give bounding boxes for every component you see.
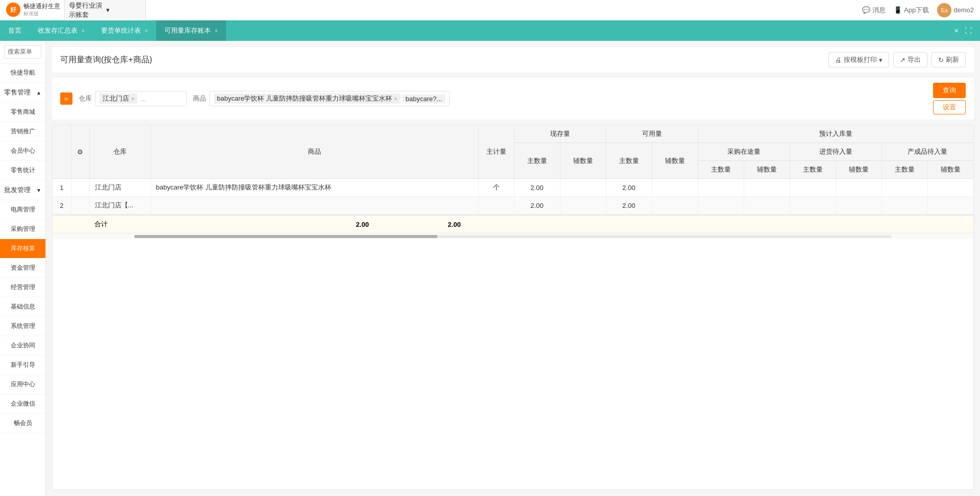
- logo-icon: 好: [6, 3, 20, 17]
- refresh-button[interactable]: ↻ 刷新: [932, 52, 966, 67]
- sidebar-item-ecommerce[interactable]: 电商管理: [0, 200, 45, 220]
- tab-stock-summary-close[interactable]: ×: [82, 28, 85, 34]
- warehouse-dots[interactable]: ...: [139, 95, 147, 103]
- th-inbound: 进货待入量: [790, 143, 881, 161]
- sidebar-item-app-center[interactable]: 应用中心: [0, 375, 45, 394]
- sidebar-item-inventory[interactable]: 库存核算: [0, 239, 45, 258]
- cell-gear-1: [71, 179, 89, 197]
- cell-inbound-aux-2: [836, 197, 881, 215]
- product-tag-2: babycare?...: [403, 95, 446, 103]
- sidebar-item-basic-info[interactable]: 基础信息: [0, 297, 45, 317]
- cell-avail-aux-2: [652, 197, 698, 215]
- cell-stock-main-2: 2.00: [514, 197, 560, 215]
- tab-home[interactable]: 首页: [0, 20, 30, 41]
- tab-available-qty-close[interactable]: ×: [215, 28, 218, 34]
- message-label: 消息: [872, 6, 886, 15]
- gear-icon[interactable]: ⚙: [77, 148, 83, 156]
- avatar: Ea: [937, 3, 951, 17]
- product-filter-group: 商品 babycare学饮杯 儿童防摔防撞吸管杯重力球吸嘴杯宝宝水杯 × bab…: [193, 91, 450, 106]
- filter-bar: » 仓库 江北门店 × ... 商品 babycare学饮杯 儿童防摔防撞吸管杯…: [52, 78, 974, 120]
- sidebar-item-retail-management[interactable]: 零售管理 ▲: [0, 83, 45, 103]
- cell-production-main-2: [881, 197, 927, 215]
- th-product: 商品: [151, 125, 478, 179]
- sidebar-item-retail-mall[interactable]: 零售商城: [0, 103, 45, 122]
- sidebar-item-operations[interactable]: 经营管理: [0, 278, 45, 297]
- filter-right: 查询 设置: [933, 83, 966, 114]
- tab-order-stats-close[interactable]: ×: [145, 28, 148, 34]
- chevron-icon: ▲: [36, 90, 41, 96]
- product-tag-1-remove[interactable]: ×: [394, 96, 397, 102]
- message-icon: 💬: [862, 6, 870, 14]
- footer-label: 合计: [89, 220, 151, 229]
- sidebar-item-system[interactable]: 系统管理: [0, 317, 45, 336]
- cell-avail-main-1: 2.00: [606, 179, 652, 197]
- tab-available-qty[interactable]: 可用量库存账本 ×: [156, 20, 226, 41]
- product-input[interactable]: babycare学饮杯 儿童防摔防撞吸管杯重力球吸嘴杯宝宝水杯 × babyca…: [209, 91, 450, 106]
- cell-warehouse-2: 江北门店【...: [89, 197, 151, 215]
- sidebar-item-wholesale-label: 批发管理: [4, 185, 31, 195]
- th-avail-main: 主数量: [606, 143, 652, 179]
- cell-product-2: [151, 197, 478, 215]
- scroll-thumb: [134, 235, 437, 238]
- tab-stock-summary[interactable]: 收发存汇总表 ×: [30, 20, 93, 41]
- sidebar-item-quick-nav[interactable]: 快捷导航: [0, 63, 45, 83]
- sidebar: 搜索菜单 快捷导航 零售管理 ▲ 零售商城 营销推广 会员中心 零售统计 批发管…: [0, 41, 46, 496]
- th-production-main: 主数量: [881, 161, 927, 179]
- th-current-stock: 现存量: [514, 125, 606, 143]
- top-bar: 好 畅捷通好生意 标准版 母婴行业演示账套 ▾ 💬 消息 📱 App下载 Ea …: [0, 0, 980, 20]
- logo-text: 畅捷通好生意: [23, 3, 60, 10]
- print-button[interactable]: 🖨 按模板打印 ▾: [828, 52, 889, 67]
- nav-tabs-end: × ⛶: [952, 25, 980, 37]
- footer-stock-main: 2.00: [339, 221, 385, 228]
- th-stock-aux: 辅数量: [560, 143, 606, 179]
- th-purchase-main: 主数量: [698, 161, 744, 179]
- app-download-button[interactable]: 📱 App下载: [894, 6, 929, 15]
- sidebar-item-finance[interactable]: 资金管理: [0, 258, 45, 278]
- cell-production-main-1: [881, 179, 927, 197]
- warehouse-tag-remove[interactable]: ×: [131, 96, 134, 102]
- logo-text-block: 畅捷通好生意 标准版: [23, 3, 60, 17]
- sidebar-item-marketing[interactable]: 营销推广: [0, 122, 45, 141]
- refresh-icon: ↻: [938, 56, 944, 64]
- sidebar-item-retail-management-label: 零售管理: [4, 88, 31, 97]
- sidebar-item-retail-stats[interactable]: 零售统计: [0, 161, 45, 180]
- th-planned: 预计入库量: [698, 125, 973, 143]
- user-area[interactable]: Ea demo2: [937, 3, 974, 17]
- chevron-down-icon: ▾: [106, 6, 141, 14]
- warehouse-input[interactable]: 江北门店 × ...: [95, 91, 187, 106]
- export-button[interactable]: ↗ 导出: [893, 52, 927, 67]
- tab-available-qty-label: 可用量库存账本: [164, 26, 211, 35]
- sidebar-item-member[interactable]: 畅会员: [0, 414, 45, 433]
- query-button[interactable]: 查询: [933, 83, 966, 98]
- cell-seq-2: 2: [53, 197, 71, 215]
- tab-order-stats-label: 要货单统计表: [101, 26, 141, 35]
- cell-purchase-aux-2: [744, 197, 790, 215]
- th-avail-aux: 辅数量: [652, 143, 698, 179]
- settings-button[interactable]: 设置: [933, 100, 966, 114]
- cell-avail-main-2: 2.00: [606, 197, 652, 215]
- close-all-tabs-button[interactable]: ×: [952, 25, 961, 37]
- tab-order-stats[interactable]: 要货单统计表 ×: [93, 20, 156, 41]
- sidebar-item-purchase[interactable]: 采购管理: [0, 220, 45, 239]
- th-inbound-main: 主数量: [790, 161, 836, 179]
- cell-unit-1: 个: [478, 179, 514, 197]
- horizontal-scrollbar[interactable]: [53, 233, 973, 239]
- tab-home-label: 首页: [8, 26, 21, 35]
- sidebar-item-wecom[interactable]: 企业微信: [0, 394, 45, 414]
- expand-button[interactable]: ⛶: [963, 25, 974, 37]
- sidebar-item-wholesale[interactable]: 批发管理 ▼: [0, 180, 45, 200]
- th-available: 可用量: [606, 125, 698, 143]
- logo-area: 好 畅捷通好生意 标准版: [6, 3, 60, 17]
- industry-selector[interactable]: 母婴行业演示账套 ▾: [64, 0, 146, 21]
- sidebar-item-newbie[interactable]: 新手引导: [0, 356, 45, 375]
- sidebar-item-enterprise[interactable]: 企业协同: [0, 336, 45, 356]
- message-button[interactable]: 💬 消息: [862, 6, 886, 15]
- sidebar-item-member-center[interactable]: 会员中心: [0, 141, 45, 161]
- page-header: 可用量查询(按仓库+商品) 🖨 按模板打印 ▾ ↗ 导出 ↻ 刷新: [52, 47, 974, 73]
- filter-expand-button[interactable]: »: [60, 92, 72, 105]
- th-stock-main: 主数量: [514, 143, 560, 179]
- warehouse-filter-group: 仓库 江北门店 × ...: [79, 91, 187, 106]
- warehouse-tag-text: 江北门店: [103, 94, 129, 103]
- search-menu-button[interactable]: 搜索菜单: [4, 45, 41, 59]
- th-production: 产成品待入量: [881, 143, 973, 161]
